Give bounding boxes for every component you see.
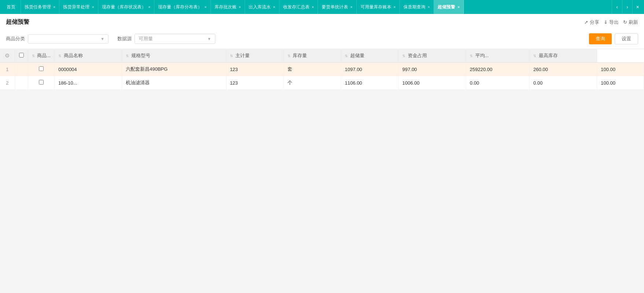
- page-header: 超储预警 ➚ 分享 ⇓ 导出 ↻ 刷新: [0, 14, 644, 29]
- row-avg: 260.00: [530, 63, 597, 76]
- filter-actions: 查询 设置: [589, 33, 638, 44]
- product-category-label: 商品分类: [6, 36, 25, 42]
- col-header-avg[interactable]: ⇅ 平均...: [466, 49, 530, 63]
- row-unit: 套: [283, 63, 341, 76]
- col-header-capital[interactable]: ⇅ 资金占用: [399, 49, 466, 63]
- row-product-name: 机油滤清器: [122, 76, 226, 90]
- close-tab-6-icon[interactable]: ×: [273, 5, 275, 9]
- row-settings-cell: [15, 76, 28, 90]
- nav-tab-9[interactable]: 可用量库存账本 ×: [357, 0, 400, 14]
- nav-tab-6[interactable]: 出入库流水 ×: [245, 0, 279, 14]
- product-category-select[interactable]: ▼: [28, 34, 109, 44]
- data-source-arrow-icon: ▼: [207, 37, 211, 41]
- refresh-button[interactable]: ↻ 刷新: [623, 19, 638, 26]
- row-capital: 0.00: [466, 76, 530, 90]
- select-all-checkbox[interactable]: [19, 53, 24, 58]
- row-overflow: 997.00: [399, 63, 466, 76]
- col-header-max-stock[interactable]: ⇅ 最高库存: [530, 49, 597, 63]
- nav-tab-2[interactable]: 拣货异常处理 ×: [59, 0, 98, 14]
- table-row: 1 0000004 六配套新昌490BPG 123 套 1097.00 997.…: [0, 63, 644, 76]
- col-header-check: [15, 49, 28, 63]
- page-title: 超储预警: [6, 18, 29, 26]
- row-stock: 1106.00: [341, 76, 399, 90]
- nav-tab-10[interactable]: 保质期查询 ×: [400, 0, 434, 14]
- close-tab-9-icon[interactable]: ×: [394, 5, 396, 9]
- close-tab-10-icon[interactable]: ×: [428, 5, 430, 9]
- sort-icon-capital: ⇅: [402, 54, 405, 58]
- sort-icon-avg: ⇅: [470, 54, 473, 58]
- nav-tab-5[interactable]: 库存批次账 ×: [211, 0, 245, 14]
- close-tab-11-icon[interactable]: ×: [457, 5, 460, 9]
- data-source-label: 数据源: [117, 36, 132, 42]
- sort-icon-overflow: ⇅: [345, 54, 348, 58]
- row-spec: 123: [226, 76, 283, 90]
- settings-gear-icon[interactable]: ⚙: [5, 52, 10, 59]
- share-button[interactable]: ➚ 分享: [584, 19, 599, 26]
- share-icon: ➚: [584, 19, 588, 25]
- close-tab-1-icon[interactable]: ×: [53, 5, 55, 9]
- close-tab-5-icon[interactable]: ×: [239, 5, 241, 9]
- nav-tab-11[interactable]: 超储预警 ×: [434, 0, 464, 14]
- product-category-arrow-icon: ▼: [100, 37, 105, 41]
- sort-icon-unit: ⇅: [230, 54, 233, 58]
- top-nav: 首页 拣货任务管理 × 拣货异常处理 × 现存量（库存状况表） × 现存量（库存…: [0, 0, 644, 14]
- row-avg: 0.00: [530, 76, 597, 90]
- export-button[interactable]: ⇓ 导出: [604, 19, 619, 26]
- col-header-stock[interactable]: ⇅ 库存量: [283, 49, 341, 63]
- row-settings-cell: [15, 63, 28, 76]
- data-source-filter: 数据源 可用量 ▼: [117, 34, 215, 44]
- close-tab-4-icon[interactable]: ×: [204, 5, 206, 9]
- export-icon: ⇓: [604, 19, 608, 25]
- row-checkbox-0[interactable]: [39, 66, 44, 71]
- close-tab-7-icon[interactable]: ×: [312, 5, 314, 9]
- close-tab-8-icon[interactable]: ×: [350, 5, 352, 9]
- table-container: ⚙ ⇅ 商品... ⇅ 商品名称 ⇅ 规格型号 ⇅: [0, 49, 644, 90]
- sort-icon-spec: ⇅: [126, 54, 129, 58]
- settings-button[interactable]: 设置: [615, 33, 638, 44]
- table-header-row: ⚙ ⇅ 商品... ⇅ 商品名称 ⇅ 规格型号 ⇅: [0, 49, 644, 63]
- sort-icon-max-stock: ⇅: [533, 54, 536, 58]
- row-check-cell: [28, 76, 54, 90]
- row-product-code: 186-10...: [54, 76, 122, 90]
- table-row: 2 186-10... 机油滤清器 123 个 1106.00 1006.00 …: [0, 76, 644, 90]
- data-table: ⚙ ⇅ 商品... ⇅ 商品名称 ⇅ 规格型号 ⇅: [0, 49, 644, 90]
- row-unit: 个: [283, 76, 341, 90]
- data-source-value: 可用量: [139, 36, 153, 42]
- nav-tab-4[interactable]: 现存量（库存分布表） ×: [154, 0, 211, 14]
- row-index: 2: [0, 76, 15, 90]
- col-header-settings: ⚙: [0, 49, 15, 63]
- row-index: 1: [0, 63, 15, 76]
- col-header-unit[interactable]: ⇅ 主计量: [226, 49, 283, 63]
- data-source-select[interactable]: 可用量 ▼: [135, 34, 215, 44]
- row-product-code: 0000004: [54, 63, 122, 76]
- nav-tab-3[interactable]: 现存量（库存状况表） ×: [98, 0, 154, 14]
- nav-tab-home[interactable]: 首页: [1, 0, 21, 14]
- filter-area: 商品分类 ▼ 数据源 可用量 ▼ 查询 设置: [0, 29, 644, 49]
- nav-tab-7[interactable]: 收发存汇总表 ×: [279, 0, 318, 14]
- header-actions: ➚ 分享 ⇓ 导出 ↻ 刷新: [584, 19, 638, 26]
- nav-prev-button[interactable]: ‹: [612, 0, 622, 14]
- col-header-spec[interactable]: ⇅ 规格型号: [122, 49, 226, 63]
- nav-tab-8[interactable]: 要货单统计表 ×: [318, 0, 356, 14]
- close-tab-3-icon[interactable]: ×: [148, 5, 150, 9]
- sort-icon-stock: ⇅: [288, 54, 290, 58]
- sort-icon-product-code: ⇅: [32, 54, 35, 58]
- row-stock: 1097.00: [341, 63, 399, 76]
- row-capital: 259220.00: [466, 63, 530, 76]
- nav-close-button[interactable]: ×: [632, 0, 643, 14]
- product-category-filter: 商品分类 ▼: [6, 34, 109, 44]
- query-button[interactable]: 查询: [589, 33, 612, 44]
- refresh-icon: ↻: [623, 19, 627, 25]
- row-max-stock: 100.00: [597, 63, 644, 76]
- row-spec: 123: [226, 63, 283, 76]
- col-header-product-code[interactable]: ⇅ 商品...: [28, 49, 54, 63]
- row-overflow: 1006.00: [399, 76, 466, 90]
- product-category-value: [32, 36, 33, 42]
- row-checkbox-1[interactable]: [39, 80, 44, 85]
- col-header-overflow[interactable]: ⇅ 超储量: [341, 49, 399, 63]
- col-header-product-name[interactable]: ⇅ 商品名称: [54, 49, 122, 63]
- nav-next-button[interactable]: ›: [622, 0, 632, 14]
- close-tab-2-icon[interactable]: ×: [92, 5, 94, 9]
- nav-tab-1[interactable]: 拣货任务管理 ×: [21, 0, 59, 14]
- row-product-name: 六配套新昌490BPG: [122, 63, 226, 76]
